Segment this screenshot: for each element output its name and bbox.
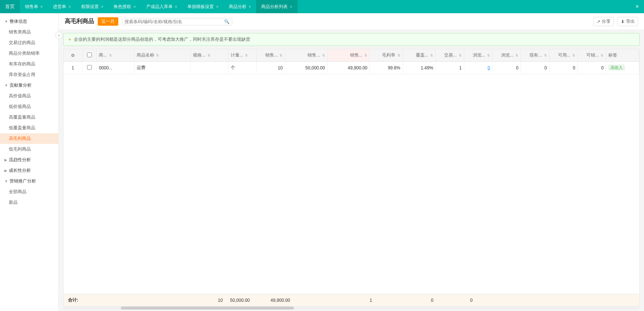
nav-item-stock-in[interactable]: 产成品入库单 × [141,0,182,13]
cell-sales-amount: 50,000.00 [285,62,327,74]
sidebar-item-sales-goods[interactable]: 销售类商品 [0,27,58,37]
nav-close-role[interactable]: × [133,4,136,9]
window-close-button[interactable]: × [630,0,644,13]
th-trade[interactable]: 交易... ⇅ [436,49,464,62]
nav-item-template[interactable]: 单据模板设置 × [182,0,223,13]
nav-close-purchase[interactable]: × [68,4,71,9]
footer-sales-qty: 10 [218,298,223,303]
search-icon[interactable]: 🔍 [224,19,230,24]
footer-trade: 1 [370,298,372,303]
tip-icon: ✦ [68,37,72,42]
sort-icon-sales-amount: ⇅ [322,54,325,57]
arrow-icon-3: ▶ [4,158,7,162]
th-coverage[interactable]: 覆盖... ⇅ [403,49,436,62]
sidebar-item-stock-fund[interactable]: 库存资金占用 [0,69,58,80]
sidebar-group-contribution[interactable]: ▼ 贡献量分析 [0,80,58,91]
share-icon: ↗ [597,19,600,24]
sidebar-item-low-profit[interactable]: 低毛利商品 [0,144,58,155]
footer-label: 合计: [68,297,78,303]
arrow-icon-2: ▼ [4,83,8,87]
sidebar-group-overall[interactable]: ▼ 整体信息 [0,16,58,27]
th-checkbox[interactable] [82,49,96,62]
sidebar-item-traded-goods[interactable]: 交易过的商品 [0,37,58,48]
th-sales-qty[interactable]: 销售... ⇅ [257,49,285,62]
th-profit-rate[interactable]: 毛利率 ⇅ [370,49,403,62]
cell-code: 0000... [97,62,134,74]
sidebar-item-low-coverage[interactable]: 低覆盖量商品 [0,123,58,133]
sort-icon-sales-profit: ⇅ [364,54,367,57]
cell-num: 1 [64,62,82,74]
table-wrapper: ⚙ 商... ⇅ 商品名称 ⇅ [63,49,640,294]
header-actions: ↗ 分享 ⬇ 导出 [593,17,638,26]
nav-item-home[interactable]: 首页 [0,0,20,13]
footer-sales-profit: 49,900.00 [270,298,303,303]
nav-item-purchase[interactable]: 进货单 × [48,0,76,13]
th-sales-profit[interactable]: 销售... ⇅ [327,49,370,62]
sidebar: ▼ 整体信息 销售类商品 交易过的商品 商品分类助销率 有库存的商品 库存资金占… [0,13,59,311]
nav-close-goods-analysis-list[interactable]: × [290,4,292,9]
sidebar-toggle-button[interactable]: « [55,32,62,39]
arrow-icon-4: ▶ [4,169,7,173]
sort-icon-sales-qty: ⇅ [280,54,283,57]
page-title: 高毛利商品 [65,18,94,25]
nav-item-goods-analysis-list[interactable]: 商品分析列表 × [256,0,297,13]
search-input[interactable] [125,19,224,24]
settings-icon[interactable]: ⚙ [71,53,75,58]
th-name[interactable]: 商品名称 ⇅ [134,49,191,62]
th-stock[interactable]: 现有... ⇅ [521,49,549,62]
sidebar-item-all-goods[interactable]: 全部商品 [0,187,58,197]
th-settings[interactable]: ⚙ [64,49,82,62]
sort-icon-sellable: ⇅ [601,54,604,57]
th-unit[interactable]: 计量... ⇅ [228,49,256,62]
nav-close-sales[interactable]: × [40,4,43,9]
data-table: ⚙ 商... ⇅ 商品名称 ⇅ [64,49,639,74]
nav-item-sales[interactable]: 销售单 × [20,0,48,13]
sidebar-item-high-profit[interactable]: 高毛利商品 [0,133,58,144]
cell-sales-qty: 10 [257,62,285,74]
nav-close-template[interactable]: × [216,4,218,9]
row-checkbox[interactable] [87,65,92,70]
sidebar-group-flow[interactable]: ▶ 流趋性分析 [0,155,58,165]
main-layout: ▼ 整体信息 销售类商品 交易过的商品 商品分类助销率 有库存的商品 库存资金占… [0,13,644,311]
sidebar-item-high-coverage[interactable]: 高覆盖量商品 [0,112,58,123]
nav-close-stock-in[interactable]: × [175,4,177,9]
nav-close-permission[interactable]: × [101,4,103,9]
th-sellable[interactable]: 可销... ⇅ [578,49,606,62]
sidebar-item-low-value[interactable]: 低价值商品 [0,101,58,112]
select-all-checkbox[interactable] [87,53,92,57]
th-available[interactable]: 可用... ⇅ [549,49,578,62]
th-tag: 标签 [606,49,639,62]
th-browse2[interactable]: 浏览... ⇅ [492,49,521,62]
cell-checkbox[interactable] [82,62,96,74]
th-spec[interactable]: 规格... ⇅ [191,49,228,62]
footer-sales-amount: 50,000.00 [230,298,263,303]
th-browse1[interactable]: 浏览... ⇅ [464,49,492,62]
share-button[interactable]: ↗ 分享 [593,17,614,26]
sidebar-item-high-value[interactable]: 高价值商品 [0,91,58,101]
sort-icon-code: ⇅ [109,54,112,57]
search-box: 🔍 [122,18,232,25]
filter-recent-month-button[interactable]: 近一月 [98,17,118,26]
cell-profit-rate: 99.8% [370,62,403,74]
export-button[interactable]: ⬇ 导出 [618,17,638,26]
sort-icon-profit-rate: ⇅ [397,54,400,57]
sidebar-item-in-stock[interactable]: 有库存的商品 [0,59,58,69]
export-icon: ⬇ [621,19,625,24]
cell-sellable: 0 [578,62,606,74]
sidebar-group-growth[interactable]: ▶ 成长性分析 [0,165,58,176]
sidebar-group-marketing[interactable]: ▼ 营销推广分析 [0,176,58,187]
horizontal-scrollbar[interactable] [63,307,640,310]
nav-item-permission[interactable]: 权限设置 × [76,0,108,13]
cell-browse1[interactable]: 0 [464,62,492,74]
cell-sales-profit: 49,900.00 [327,62,370,74]
th-code[interactable]: 商... ⇅ [97,49,134,62]
table-footer: 合计: 10 50,000.00 49,900.00 1 0 0 [63,294,640,307]
nav-close-goods-analysis[interactable]: × [249,4,251,9]
sidebar-item-new-goods[interactable]: 新品 [0,197,58,208]
browse1-link[interactable]: 0 [488,65,490,70]
th-sales-amount[interactable]: 销售... ⇅ [285,49,327,62]
nav-item-goods-analysis[interactable]: 商品分析 × [224,0,256,13]
nav-item-role[interactable]: 角色授权 × [108,0,141,13]
sidebar-item-category-rate[interactable]: 商品分类助销率 [0,48,58,59]
sort-icon-stock: ⇅ [544,54,547,57]
